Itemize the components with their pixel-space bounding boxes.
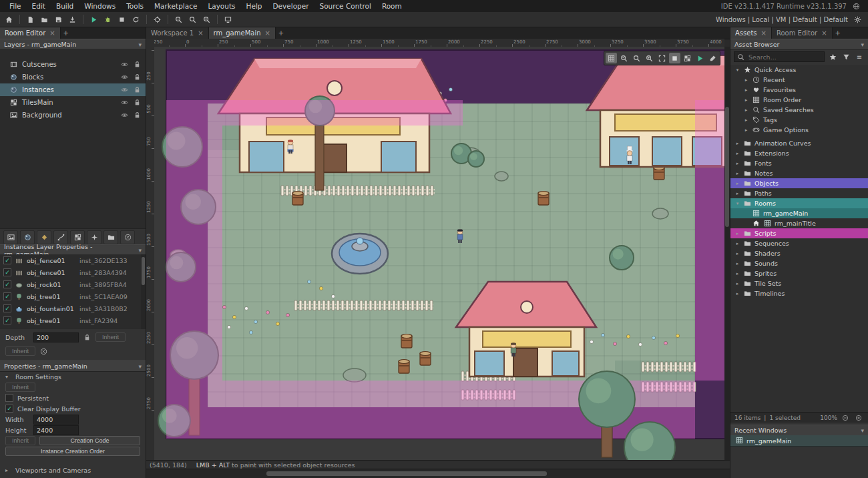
asset-tree-item-room-order[interactable]: ▸Room Order <box>730 95 868 105</box>
tree-expander-icon[interactable]: ▸ <box>743 128 749 133</box>
room-width-input[interactable] <box>33 415 79 425</box>
tree-expander-icon[interactable]: ▸ <box>734 141 740 146</box>
globe-icon[interactable] <box>851 1 861 11</box>
asset-tree-item-notes[interactable]: ▸Notes <box>730 168 868 178</box>
viewports-section-header[interactable]: ▸ Viewports and Cameras <box>0 465 146 475</box>
asset-tree-item-quick-access[interactable]: ▾Quick Access <box>730 65 868 75</box>
tab-assets[interactable]: Assets × <box>730 27 772 39</box>
layer-row-tilesmain[interactable]: TilesMain <box>0 96 146 109</box>
tree-expander-icon[interactable]: ▸ <box>734 261 740 266</box>
tree-expander-icon[interactable]: ▸ <box>734 181 740 186</box>
close-icon[interactable]: × <box>198 30 203 37</box>
no-export-icon[interactable] <box>39 347 48 355</box>
instance-row[interactable]: ✓obj_fence01inst_283A4394 <box>0 266 146 278</box>
target-button[interactable] <box>151 13 164 25</box>
tree-expander-icon[interactable]: ▸ <box>743 87 749 93</box>
lock-icon[interactable] <box>133 73 142 81</box>
zoom-out-icon[interactable] <box>840 413 851 423</box>
delete-layer-button[interactable] <box>120 230 135 244</box>
asset-tree-item-tile-sets[interactable]: ▸Tile Sets <box>730 278 868 288</box>
instance-checkbox[interactable]: ✓ <box>3 316 11 324</box>
lock-icon[interactable] <box>83 333 91 341</box>
room-canvas[interactable] <box>154 47 724 461</box>
properties-header[interactable]: Properties - rm_gameMain ▾ <box>0 361 146 372</box>
instances-scrollbar[interactable] <box>141 254 146 329</box>
tab-workspace-1[interactable]: Workspace 1 × <box>146 27 209 39</box>
asset-tree-item-tags[interactable]: ▸Tags <box>730 115 868 125</box>
asset-tree-item-objects[interactable]: ▸Objects <box>730 178 868 188</box>
asset-tree-item-fonts[interactable]: ▸Fonts <box>730 158 868 168</box>
creation-code-button[interactable]: Creation Code <box>39 436 140 445</box>
browser-menu-icon[interactable]: ≡ <box>854 51 865 62</box>
asset-tree-item-recent[interactable]: ▸Recent <box>730 75 868 85</box>
menu-room[interactable]: Room <box>377 2 407 10</box>
open-project-button[interactable] <box>38 13 51 25</box>
paint-mode-button[interactable] <box>707 53 718 63</box>
zoom-out-button[interactable] <box>618 53 630 63</box>
tab-room-editor-right[interactable]: Room Editor × <box>772 27 833 39</box>
tab-room-editor[interactable]: Room Editor × <box>0 27 61 39</box>
tree-expander-icon[interactable]: ▸ <box>734 231 740 236</box>
target-manager-gear-icon[interactable] <box>852 14 863 25</box>
visibility-eye-icon[interactable] <box>120 61 129 69</box>
add-tile-layer-button[interactable] <box>70 230 85 244</box>
run-button[interactable] <box>87 13 100 25</box>
tree-expander-icon[interactable]: ▸ <box>734 241 740 246</box>
target-summary[interactable]: Windows | Local | VM | Default | Default <box>716 16 848 23</box>
menu-windows[interactable]: Windows <box>79 2 121 10</box>
add-instance-layer-button[interactable] <box>20 230 35 244</box>
tree-expander-icon[interactable]: ▸ <box>734 151 740 156</box>
tile-grid-button[interactable] <box>682 53 693 63</box>
depth-inherit-button[interactable]: Inherit <box>95 332 126 342</box>
instance-checkbox[interactable]: ✓ <box>3 280 11 288</box>
recent-windows-header[interactable]: Recent Windows ▾ <box>730 425 868 436</box>
tree-expander-icon[interactable]: ▸ <box>743 77 749 83</box>
instance-row[interactable]: ✓obj_tree01inst_FA2394 <box>0 314 146 326</box>
add-layer-folder-button[interactable] <box>103 230 118 244</box>
close-icon[interactable]: × <box>265 30 270 37</box>
canvas-horizontal-scrollbar[interactable] <box>146 469 730 478</box>
instance-row[interactable]: ✓obj_tree01inst_5C1AEA09 <box>0 290 146 302</box>
asset-tree-item-shaders[interactable]: ▸Shaders <box>730 248 868 258</box>
tree-expander-icon[interactable]: ▸ <box>743 117 749 123</box>
instance-checkbox[interactable]: ✓ <box>3 292 11 300</box>
tree-expander-icon[interactable]: ▾ <box>734 201 740 206</box>
add-tab-button[interactable]: + <box>276 27 286 39</box>
lock-icon[interactable] <box>133 111 142 120</box>
tree-expander-icon[interactable]: ▸ <box>734 171 740 176</box>
menu-help[interactable]: Help <box>241 2 268 10</box>
tree-expander-icon[interactable]: ▸ <box>734 271 740 276</box>
asset-search-box[interactable] <box>734 51 825 62</box>
layer-row-instances[interactable]: Instances <box>0 83 146 96</box>
add-background-layer-button[interactable] <box>3 230 18 244</box>
asset-tree-item-animation-curves[interactable]: ▸Animation Curves <box>730 138 868 148</box>
close-icon[interactable]: × <box>761 30 767 37</box>
add-effect-layer-button[interactable] <box>87 230 101 244</box>
asset-tree-item-rooms[interactable]: ▾Rooms <box>730 198 868 208</box>
create-executable-button[interactable] <box>66 13 79 25</box>
add-asset-layer-button[interactable] <box>37 230 51 244</box>
asset-tree-item-scripts[interactable]: ▸Scripts <box>730 228 868 238</box>
zoom-fit-button[interactable] <box>656 53 668 63</box>
instance-checkbox[interactable]: ✓ <box>3 304 11 312</box>
visibility-eye-icon[interactable] <box>120 73 129 81</box>
tree-expander-icon[interactable]: ▸ <box>734 291 740 296</box>
layer-row-blocks[interactable]: Blocks <box>0 71 146 83</box>
instance-creation-order-button[interactable]: Instance Creation Order <box>5 447 140 456</box>
menu-edit[interactable]: Edit <box>27 2 51 10</box>
asset-tree-item-saved-searches[interactable]: ▸Saved Searches <box>730 105 868 115</box>
menu-tools[interactable]: Tools <box>121 2 149 10</box>
visibility-eye-icon[interactable] <box>120 99 129 107</box>
room-canvas-scene[interactable] <box>154 47 724 461</box>
asset-tree-item-sprites[interactable]: ▸Sprites <box>730 268 868 278</box>
home-button[interactable] <box>3 13 15 25</box>
menu-source-control[interactable]: Source Control <box>314 2 377 10</box>
recent-window-item[interactable]: rm_gameMain <box>730 435 868 447</box>
instance-checkbox[interactable]: ✓ <box>3 256 11 264</box>
instance-row[interactable]: ✓obj_fence01inst_362DE133 <box>0 254 146 266</box>
layer-row-background[interactable]: Background <box>0 109 146 122</box>
save-project-button[interactable] <box>52 13 65 25</box>
favourite-filter-icon[interactable] <box>827 51 838 62</box>
asset-tree-item-favourites[interactable]: ▸Favourites <box>730 85 868 95</box>
instance-row[interactable]: ✓obj_rock01inst_3895FBA4 <box>0 278 146 290</box>
